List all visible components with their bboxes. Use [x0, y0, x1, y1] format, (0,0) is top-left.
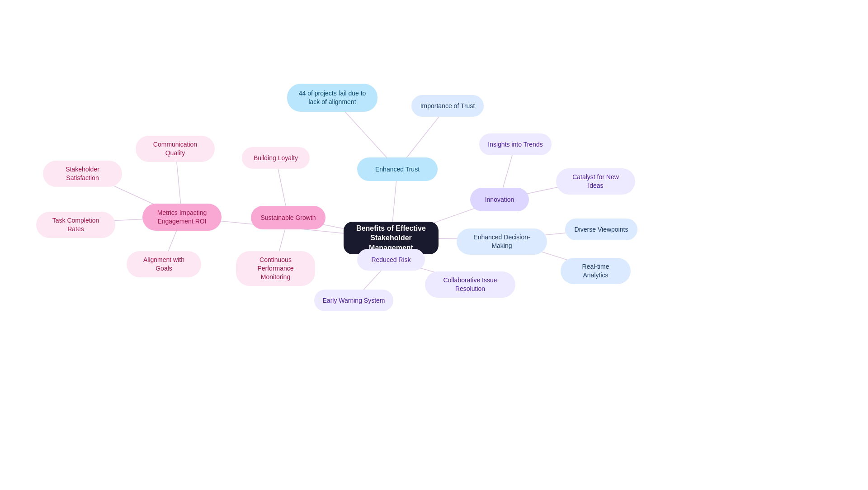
- realtime-analytics-node: Real-time Analytics: [561, 258, 631, 284]
- sustainable-growth-node: Sustainable Growth: [251, 206, 326, 229]
- reduced-risk-node: Reduced Risk: [357, 249, 425, 271]
- continuous-monitoring-node: Continuous Performance Monitoring: [236, 251, 315, 286]
- metrics-impacting-node: Metrics Impacting Engagement ROI: [142, 204, 222, 231]
- importance-of-trust-node: Importance of Trust: [411, 95, 484, 117]
- enhanced-decision-node: Enhanced Decision-Making: [457, 228, 547, 255]
- 44-projects-node: 44 of projects fail due to lack of align…: [287, 84, 377, 112]
- catalyst-new-ideas-node: Catalyst for New Ideas: [556, 168, 635, 195]
- early-warning-node: Early Warning System: [314, 290, 393, 311]
- alignment-goals-node: Alignment with Goals: [127, 251, 201, 277]
- enhanced-trust-node: Enhanced Trust: [357, 157, 438, 181]
- mindmap-container: Benefits of Effective Stakeholder Manage…: [0, 0, 868, 490]
- stakeholder-satisfaction-node: Stakeholder Satisfaction: [43, 161, 122, 187]
- task-completion-node: Task Completion Rates: [36, 212, 115, 238]
- insights-trends-node: Insights into Trends: [479, 133, 552, 155]
- building-loyalty-node: Building Loyalty: [242, 147, 310, 169]
- innovation-node: Innovation: [470, 188, 529, 211]
- diverse-viewpoints-node: Diverse Viewpoints: [565, 219, 637, 240]
- communication-quality-node: Communication Quality: [136, 136, 215, 162]
- collaborative-issue-node: Collaborative Issue Resolution: [425, 271, 515, 298]
